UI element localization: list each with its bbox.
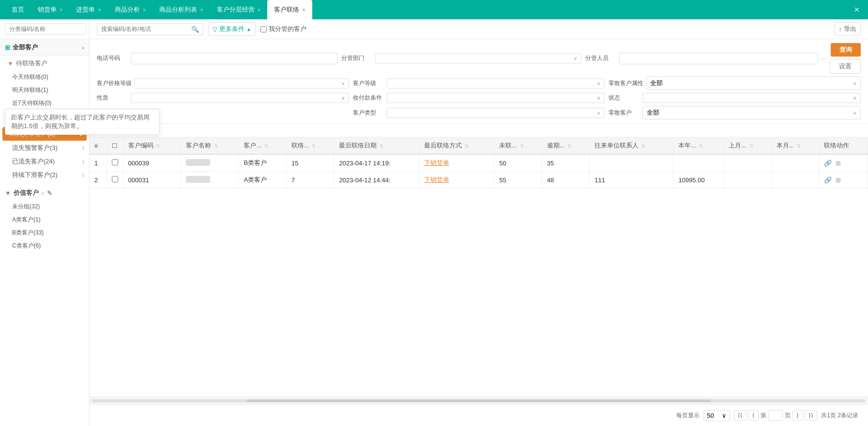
nav-product-analysis-list[interactable]: 商品分析列表 × xyxy=(152,0,210,19)
sidebar-item-declining[interactable]: 持续下滑客户(2) ℹ xyxy=(0,168,89,182)
nav-customer-contact[interactable]: 客户联络 × xyxy=(267,0,312,19)
retail-attr-select[interactable]: 全部 ∨ xyxy=(646,76,861,90)
dept-select[interactable]: ∨ xyxy=(375,53,582,63)
scroll-thumb[interactable] xyxy=(247,399,711,402)
info-icon: ℹ xyxy=(82,159,84,165)
page-size-select[interactable]: 50 ∨ xyxy=(703,410,730,421)
chevron-down-icon: ∨ xyxy=(853,110,856,116)
row-last-contact-method[interactable]: 下销货单 xyxy=(419,172,494,189)
sort-icon: ⇅ xyxy=(465,143,469,148)
export-button[interactable]: ↑ 导出 xyxy=(835,22,861,36)
col-last-contact-method[interactable]: 最后联络方式 ⇅ xyxy=(419,137,494,154)
next-page-button[interactable]: ⟩ xyxy=(792,410,803,421)
qr-icon[interactable]: ⊞ xyxy=(836,160,841,167)
customer-level-select[interactable]: ∨ xyxy=(387,78,605,88)
filter-bar: 🔍 ▽ 更多条件 ▲ 我分管的客户 ↑ 导出 xyxy=(90,19,868,39)
row-actions: 🔗 ⊞ xyxy=(819,172,868,189)
first-page-button[interactable]: ⟨⟨ xyxy=(734,410,746,421)
filter-nature: 性质 ∨ xyxy=(97,93,349,103)
payment-select[interactable]: ∨ xyxy=(387,93,605,103)
export-icon: ↑ xyxy=(839,26,842,33)
phone-input[interactable] xyxy=(131,53,337,64)
row-num: 1 xyxy=(90,154,107,172)
nav-sales-order[interactable]: 销货单 × xyxy=(31,0,69,19)
close-icon[interactable]: × xyxy=(200,7,203,13)
sidebar-item-churned[interactable]: 已流失客户(24) ℹ xyxy=(0,155,89,168)
col-contact[interactable]: 联络... ⇅ xyxy=(286,137,334,154)
sidebar-item-ungroup[interactable]: 未分组(32) xyxy=(0,200,89,213)
row-code: 000039 xyxy=(123,154,181,172)
sidebar-item-tomorrow[interactable]: 明天待联络(1) xyxy=(0,84,89,97)
close-icon[interactable]: × xyxy=(143,7,146,13)
more-conditions-button[interactable]: ▽ 更多条件 ▲ xyxy=(208,22,256,36)
my-customers-checkbox[interactable] xyxy=(260,26,267,32)
manager-input[interactable] xyxy=(619,53,818,64)
close-all-button[interactable]: × xyxy=(850,5,863,15)
link-icon[interactable]: 🔗 xyxy=(824,176,832,184)
customer-type-select[interactable]: ∨ xyxy=(387,108,605,118)
prev-page-button[interactable]: ⟨ xyxy=(748,410,759,421)
main-search-input[interactable] xyxy=(101,26,191,32)
price-level-select[interactable]: ∨ xyxy=(134,78,349,88)
action-buttons: 查询 设置 xyxy=(830,43,861,73)
query-button[interactable]: 查询 xyxy=(831,43,861,57)
category-search-input[interactable] xyxy=(5,23,86,35)
col-overdue[interactable]: 逾期... ⇅ xyxy=(542,137,590,154)
col-name[interactable]: 客户名称 ⇅ xyxy=(181,137,238,154)
sidebar-item-c-class[interactable]: C类客户(6) xyxy=(0,239,89,252)
close-icon[interactable]: × xyxy=(302,7,305,13)
close-icon[interactable]: × xyxy=(98,7,101,13)
collapse-icon[interactable]: ‹ xyxy=(82,44,84,51)
row-checkbox[interactable] xyxy=(107,154,123,172)
row-last-contact-method[interactable]: 下销货单 xyxy=(419,154,494,172)
sidebar-item-b-class[interactable]: B类客户(33) xyxy=(0,226,89,239)
sidebar-group-pending[interactable]: ▼ 待联络客户 xyxy=(0,56,89,71)
nav-home[interactable]: 首页 xyxy=(5,0,31,19)
my-customers-checkbox-label[interactable]: 我分管的客户 xyxy=(260,25,306,33)
filter-manager: 分管人员 ··· xyxy=(585,53,826,64)
row-select-checkbox[interactable] xyxy=(112,176,118,182)
nav-purchase-order[interactable]: 进货单 × xyxy=(69,0,107,19)
sidebar-value-group[interactable]: ▼ 价值客户 ○ ✎ xyxy=(0,186,89,200)
close-icon[interactable]: × xyxy=(60,7,62,13)
col-customer-type[interactable]: 客户... ⇅ xyxy=(239,137,287,154)
chevron-down-icon: ∨ xyxy=(574,56,577,61)
col-code[interactable]: 客户编码 ⇅ xyxy=(123,137,181,154)
horizontal-scrollbar[interactable] xyxy=(90,397,868,404)
settings-button[interactable]: 设置 xyxy=(830,59,861,73)
status-select[interactable]: ∨ xyxy=(642,93,861,103)
col-unit-contact[interactable]: 往来单位联系人 ⇅ xyxy=(590,137,673,154)
sidebar-item-7days[interactable]: 近7天待联络(0) xyxy=(0,97,89,110)
sort-icon: ⇅ xyxy=(380,143,383,148)
col-last-contact-date[interactable]: 最后联络日期 ⇅ xyxy=(334,137,419,154)
sort-icon: ⇅ xyxy=(156,143,160,148)
nature-select[interactable]: ∨ xyxy=(131,93,349,103)
info-icon: ℹ xyxy=(82,172,84,178)
retail-select[interactable]: 全部 ∨ xyxy=(642,106,861,119)
edit-icon[interactable]: ○ xyxy=(41,190,45,197)
sort-icon: ⇅ xyxy=(520,143,524,148)
col-this-year[interactable]: 本年... ⇅ xyxy=(673,137,724,154)
row-select-checkbox[interactable] xyxy=(112,159,118,165)
sidebar-item-churn-warning[interactable]: 流失预警客户(3) ℹ xyxy=(0,141,89,155)
sidebar-item-today[interactable]: 今天待联络(0) xyxy=(0,71,89,84)
sidebar-item-a-class[interactable]: A类客户(1) xyxy=(0,213,89,226)
link-icon[interactable]: 🔗 xyxy=(824,160,832,167)
nav-customer-stratify[interactable]: 客户分层经营 × xyxy=(210,0,267,19)
last-page-button[interactable]: ⟩⟩ xyxy=(805,410,817,421)
col-this-month[interactable]: 本月... ⇅ xyxy=(771,137,819,154)
col-last-month[interactable]: 上月... ⇅ xyxy=(724,137,772,154)
close-icon[interactable]: × xyxy=(258,7,260,13)
sort-icon: ⇅ xyxy=(699,143,703,148)
dots-button[interactable]: ··· xyxy=(821,55,826,62)
nav-product-analysis[interactable]: 商品分析 × xyxy=(108,0,152,19)
all-customers-title[interactable]: ⊞ 全部客户 ‹ xyxy=(0,39,89,56)
row-checkbox[interactable] xyxy=(107,172,123,189)
edit-icon2[interactable]: ✎ xyxy=(47,190,52,197)
search-icon[interactable]: 🔍 xyxy=(191,26,199,33)
qr-icon[interactable]: ⊞ xyxy=(836,176,841,184)
grid-icon: ⊞ xyxy=(5,44,10,51)
col-uncontacted[interactable]: 未联... ⇅ xyxy=(494,137,542,154)
page-number-input[interactable]: 1 xyxy=(768,410,783,421)
sort-icon: ⇅ xyxy=(641,143,645,148)
